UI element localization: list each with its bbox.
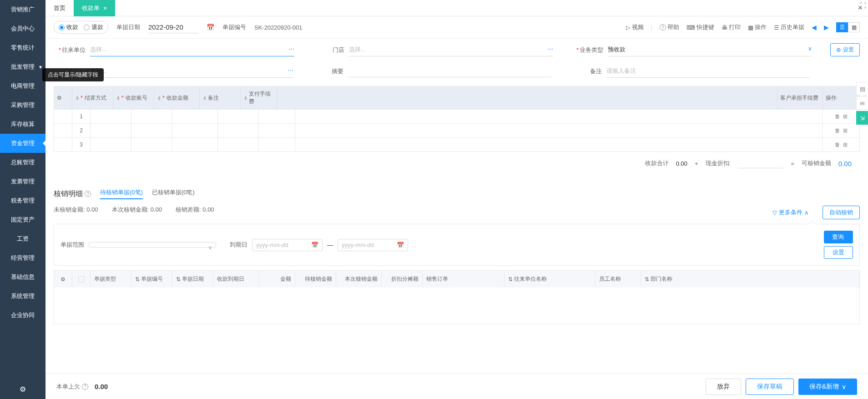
delete-icon[interactable]: 🗑 <box>835 127 840 134</box>
rail-btn-1[interactable]: ▤ <box>856 82 868 96</box>
sidebar-item-retail-stats[interactable]: 零售统计 <box>0 38 45 57</box>
partner-select[interactable]: 选择...⋯ <box>90 43 294 56</box>
range-select[interactable]: ∨ <box>89 242 216 247</box>
discount-input[interactable] <box>738 158 783 168</box>
video-link[interactable]: ▷视频 <box>626 23 644 31</box>
col-settle[interactable]: ▲▼*结算方式 <box>72 86 113 109</box>
auto-writeoff-btn[interactable]: 自动核销 <box>823 206 860 219</box>
date-to[interactable]: yyyy-mm-dd📅 <box>338 239 408 251</box>
radio-refund[interactable]: 退款 <box>84 23 103 31</box>
calendar-icon[interactable]: 📅 <box>207 24 214 31</box>
chevron-down-icon[interactable]: ∨ <box>808 45 812 52</box>
dcol-amount[interactable]: 金额 <box>259 271 295 288</box>
radio-receive[interactable]: 收款 <box>59 23 78 31</box>
more-icon[interactable]: ⋯ <box>288 45 294 52</box>
print-link[interactable]: 🖶打印 <box>722 23 741 31</box>
col-amount[interactable]: ▲▼*收款金额 <box>154 86 200 109</box>
sidebar-item-inventory[interactable]: 库存核算 <box>0 115 45 134</box>
table-row[interactable]: 1🗑⊞ <box>54 109 859 123</box>
operate-link[interactable]: ▦操作 <box>748 23 767 31</box>
sidebar-item-salary[interactable]: 工资 <box>0 229 45 248</box>
detail-body-empty <box>54 288 859 324</box>
save-draft-button[interactable]: 保存草稿 <box>746 379 794 395</box>
sidebar-item-ecommerce[interactable]: 电商管理 <box>0 76 45 96</box>
add-icon[interactable]: ⊞ <box>843 141 848 148</box>
detail-check-all[interactable] <box>72 271 91 288</box>
tab-home[interactable]: 首页 <box>45 0 74 16</box>
more-icon[interactable]: ⋯ <box>547 45 553 52</box>
sidebar-item-ledger[interactable]: 总账管理 <box>0 153 45 172</box>
dcol-share[interactable]: 折扣分摊额 <box>382 271 423 288</box>
sidebar-item-invoice[interactable]: 发票管理 <box>0 172 45 191</box>
biztype-select[interactable]: 预收款∨ <box>608 43 812 56</box>
delete-icon[interactable]: 🗑 <box>835 141 840 148</box>
table-row[interactable]: 2🗑⊞ <box>54 123 859 137</box>
view-card[interactable]: ▦ <box>848 22 860 32</box>
col-remark[interactable]: ▲▼备注 <box>200 86 241 109</box>
fullscreen-icon[interactable]: ⛶ <box>860 2 866 9</box>
close-icon[interactable]: × <box>103 5 107 12</box>
biztype-label: *业务类型 <box>571 46 603 54</box>
add-icon[interactable]: ⊞ <box>843 113 848 120</box>
remark-input[interactable]: 请输入备注 <box>606 65 810 78</box>
date-from[interactable]: yyyy-mm-dd📅 <box>252 239 323 251</box>
dcol-order[interactable]: 销售订单 <box>423 271 505 288</box>
col-fee[interactable]: ▲▼支付手续费 <box>241 86 277 109</box>
stat-diff: 核销差额: 0.00 <box>176 206 214 219</box>
more-conditions[interactable]: ▽更多条件 ∧ <box>772 206 809 219</box>
hidden-select[interactable]: 选择...⋯ <box>90 65 293 78</box>
tab-pending[interactable]: 待核销单据(0笔) <box>100 188 143 199</box>
dcol-pending[interactable]: 待核销金额 <box>295 271 336 288</box>
table-row[interactable]: 3🗑⊞ <box>54 137 859 152</box>
dcol-dept[interactable]: ⇅部门名称 <box>641 271 859 288</box>
view-list[interactable]: ☰ <box>836 22 848 32</box>
sidebar-settings-gear[interactable]: ⚙ <box>0 379 45 399</box>
play-icon: ▷ <box>626 24 631 31</box>
doc-date-input[interactable]: 2022-09-20 <box>148 21 198 33</box>
col-account[interactable]: ▲▼*收款账号 <box>113 86 154 109</box>
rail-btn-expand[interactable]: ⇲ <box>856 111 868 125</box>
dcol-type[interactable]: 单据类型 <box>91 271 131 288</box>
sidebar-item-member[interactable]: 会员中心 <box>0 19 45 38</box>
dcol-this[interactable]: 本次核销金额 <box>336 271 382 288</box>
next-page[interactable]: ▶ <box>824 24 829 31</box>
tab-done[interactable]: 已核销单据(0笔) <box>152 188 195 199</box>
help-link[interactable]: ?帮助 <box>660 23 679 31</box>
sidebar-item-procurement[interactable]: 采购管理 <box>0 96 45 115</box>
shortcut-link[interactable]: ⌨快捷键 <box>686 23 714 31</box>
rail-btn-2[interactable]: ✉ <box>856 96 868 110</box>
dcol-partner[interactable]: ⇅往来单位名称 <box>505 271 595 288</box>
detail-gear[interactable]: ⚙ <box>54 271 72 288</box>
sidebar-item-basic-info[interactable]: 基础信息 <box>0 268 45 287</box>
sum-label: 收款合计 <box>645 159 669 167</box>
table-gear[interactable]: ⚙ <box>54 86 72 109</box>
summary-input[interactable] <box>348 66 551 77</box>
abandon-button[interactable]: 放弃 <box>706 379 741 395</box>
sidebar-item-fixed-assets[interactable]: 固定资产 <box>0 210 45 229</box>
question-icon[interactable]: ? <box>82 384 88 390</box>
dcol-emp[interactable]: 员工名称 <box>595 271 641 288</box>
range-label: 单据范围 <box>61 241 84 249</box>
tab-receipt[interactable]: 收款单 × <box>74 0 115 16</box>
sidebar-item-wholesale[interactable]: 批发管理▼ <box>0 57 45 76</box>
save-new-button[interactable]: 保存&新增∨ <box>798 379 857 395</box>
filter-settings-btn[interactable]: 设置 <box>824 246 853 259</box>
dcol-due[interactable]: 收款到期日 <box>213 271 259 288</box>
more-icon[interactable]: ⋯ <box>288 67 293 74</box>
sidebar-item-tax[interactable]: 税务管理 <box>0 191 45 210</box>
history-link[interactable]: ☰历史单据 <box>774 23 804 31</box>
sidebar-item-funds[interactable]: 资金管理 <box>0 134 45 153</box>
form-settings-btn[interactable]: ⚙设置 <box>830 43 860 56</box>
sidebar-item-marketing[interactable]: 营销推广 <box>0 0 45 19</box>
question-icon[interactable]: ? <box>85 191 91 197</box>
prev-page[interactable]: ◀ <box>812 24 817 31</box>
sidebar-item-system[interactable]: 系统管理 <box>0 287 45 306</box>
add-icon[interactable]: ⊞ <box>843 127 848 134</box>
delete-icon[interactable]: 🗑 <box>835 113 840 120</box>
sidebar-item-operation[interactable]: 经营管理 <box>0 248 45 268</box>
query-btn[interactable]: 查询 <box>824 231 853 243</box>
dcol-date[interactable]: ⇅单据日期 <box>172 271 213 288</box>
store-select[interactable]: 选择...⋯ <box>349 43 553 56</box>
dcol-no[interactable]: ⇅单据编号 <box>131 271 172 288</box>
sidebar-item-collab[interactable]: 企业协同 <box>0 306 45 325</box>
